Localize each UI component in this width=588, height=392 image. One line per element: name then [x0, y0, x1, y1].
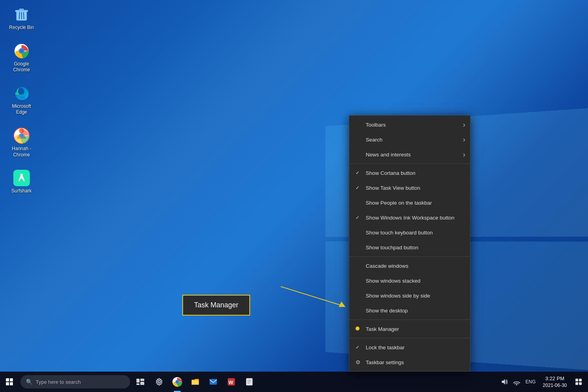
menu-item-taskbar-settings[interactable]: ⚙ Taskbar settings	[349, 355, 470, 370]
surfshark-icon[interactable]: Surfshark	[6, 167, 37, 197]
task-view-icon	[136, 379, 144, 385]
svg-rect-37	[575, 382, 578, 385]
taskbar-app-file-explorer[interactable]	[187, 372, 204, 392]
mail-icon	[209, 377, 218, 386]
notification-button[interactable]	[572, 372, 586, 392]
svg-point-16	[20, 174, 23, 176]
menu-item-news-interests[interactable]: News and interests	[349, 147, 470, 162]
desktop-icons: Recycle Bin Google Chrome	[6, 4, 37, 197]
menu-item-show-task-view[interactable]: ✓ Show Task View button	[349, 180, 470, 195]
svg-rect-2	[19, 9, 24, 11]
menu-divider-4	[349, 338, 470, 338]
microsoft-edge-label: Microsoft Edge	[8, 103, 35, 116]
svg-point-26	[176, 381, 179, 383]
task-view-button[interactable]	[132, 372, 149, 392]
microsoft-edge-image	[13, 85, 30, 102]
svg-text:W: W	[229, 379, 234, 385]
google-chrome-image	[13, 43, 30, 59]
svg-rect-36	[579, 379, 582, 381]
menu-item-show-stacked[interactable]: Show windows stacked	[349, 273, 470, 288]
svg-marker-18	[339, 301, 345, 307]
svg-point-9	[20, 49, 24, 53]
menu-item-show-touch-keyboard[interactable]: Show touch keyboard button	[349, 225, 470, 240]
menu-item-show-side-by-side[interactable]: Show windows side by side	[349, 288, 470, 303]
surfshark-label: Surfshark	[11, 188, 31, 194]
menu-item-show-cortana[interactable]: ✓ Show Cortana button	[349, 165, 470, 180]
svg-line-5	[24, 13, 24, 19]
chrome-taskbar-icon	[172, 377, 182, 387]
hannah-chrome-icon[interactable]: Hannah - Chrome	[6, 125, 37, 160]
taskbar-app-mail[interactable]	[205, 372, 222, 392]
svg-point-34	[516, 384, 517, 385]
task-manager-tooltip: Task Manager	[182, 295, 250, 316]
google-chrome-icon[interactable]: Google Chrome	[6, 40, 37, 76]
taskbar-apps: W	[151, 372, 258, 392]
taskbar: 🔍 Type here to search	[0, 372, 588, 392]
menu-divider-2	[349, 256, 470, 257]
taskbar-search[interactable]: 🔍 Type here to search	[20, 375, 130, 388]
menu-divider-1	[349, 163, 470, 164]
svg-rect-21	[140, 382, 144, 385]
recycle-bin-image	[13, 6, 30, 23]
notification-icon	[575, 378, 582, 385]
search-icon: 🔍	[26, 379, 33, 385]
svg-rect-35	[575, 379, 578, 381]
svg-line-3	[19, 13, 20, 19]
start-button[interactable]	[0, 372, 19, 392]
tooltip-arrow	[281, 279, 351, 312]
menu-item-show-desktop[interactable]: Show the desktop	[349, 303, 470, 318]
menu-item-lock-taskbar[interactable]: ✓ Lock the taskbar	[349, 340, 470, 355]
menu-item-show-ink-workspace[interactable]: ✓ Show Windows Ink Workspace button	[349, 210, 470, 225]
desktop: Recycle Bin Google Chrome	[0, 0, 588, 392]
svg-rect-20	[140, 379, 144, 381]
svg-rect-22	[136, 383, 140, 385]
search-placeholder: Type here to search	[36, 379, 81, 385]
recycle-bin-icon[interactable]: Recycle Bin	[6, 4, 37, 33]
taskbar-app-notepad[interactable]	[241, 372, 258, 392]
taskbar-app-chrome[interactable]	[169, 372, 186, 392]
svg-line-17	[281, 287, 341, 305]
surfshark-image	[13, 170, 30, 186]
office-icon: W	[227, 377, 236, 386]
menu-item-cascade-windows[interactable]: Cascade windows	[349, 258, 470, 273]
taskbar-clock[interactable]: 3:22 PM 2021-06-30	[539, 372, 571, 392]
microsoft-edge-icon[interactable]: Microsoft Edge	[6, 83, 37, 118]
settings-icon	[155, 378, 163, 386]
notepad-icon	[245, 377, 254, 386]
taskbar-app-settings[interactable]	[151, 372, 168, 392]
language-icon[interactable]: ENG	[523, 372, 538, 392]
recycle-bin-label: Recycle Bin	[9, 25, 34, 31]
svg-rect-19	[136, 379, 140, 383]
menu-item-show-people[interactable]: Show People on the taskbar	[349, 195, 470, 210]
svg-rect-27	[210, 379, 217, 385]
task-manager-dot	[356, 327, 359, 330]
menu-divider-3	[349, 319, 470, 320]
google-chrome-label: Google Chrome	[8, 61, 35, 73]
menu-item-toolbars[interactable]: Toolbars	[349, 117, 470, 132]
taskbar-app-office[interactable]: W	[223, 372, 240, 392]
start-icon	[6, 378, 13, 385]
hannah-chrome-label: Hannah - Chrome	[8, 146, 35, 158]
svg-point-14	[19, 133, 24, 138]
hannah-chrome-image	[13, 127, 30, 144]
menu-item-show-touchpad[interactable]: Show touchpad button	[349, 240, 470, 255]
network-icon[interactable]	[511, 372, 523, 392]
menu-item-search[interactable]: Search	[349, 132, 470, 147]
menu-item-task-manager[interactable]: Task Manager	[349, 321, 470, 336]
svg-point-10	[20, 96, 25, 99]
system-tray: ENG 3:22 PM 2021-06-30	[498, 372, 588, 392]
volume-icon[interactable]	[498, 372, 510, 392]
gear-icon: ⚙	[356, 359, 362, 365]
file-explorer-icon	[191, 377, 200, 386]
svg-point-23	[158, 381, 160, 383]
svg-rect-38	[579, 382, 582, 385]
taskbar-context-menu: Toolbars Search News and interests ✓ Sho…	[349, 115, 470, 372]
